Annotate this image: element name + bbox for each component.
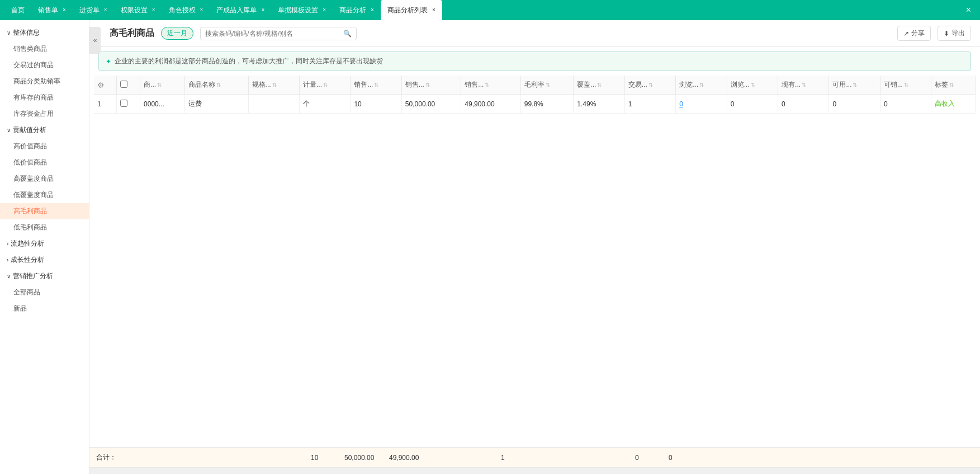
nav-item-销售单[interactable]: 销售单× [31,0,73,20]
nav-label: 权限设置 [121,0,148,20]
col-header-available[interactable]: 可用...⇅ [829,76,880,95]
sort-icon[interactable]: ⇅ [323,82,328,88]
nav-close-icon[interactable]: × [432,0,435,20]
search-input[interactable] [205,30,343,37]
sidebar-item-全部商品[interactable]: 全部商品 [0,284,89,301]
nav-item-产成品入库单[interactable]: 产成品入库单× [210,0,271,20]
nav-item-商品分析列表[interactable]: 商品分析列表× [381,0,442,20]
nav-close-icon[interactable]: × [371,0,374,20]
nav-close-icon[interactable]: × [323,0,326,20]
sidebar-item-label: 销售类商品 [13,45,47,53]
sidebar-item-低覆盖度商品[interactable]: 低覆盖度商品 [0,187,89,203]
footer-cell-7: 50,000.00 [341,454,386,462]
col-header-saleProfit[interactable]: 销售...⇅ [461,76,520,95]
sort-icon[interactable]: ⇅ [216,82,221,88]
collapse-sidebar-button[interactable]: « [89,27,101,54]
col-header-transaction[interactable]: 交易...⇅ [624,76,675,95]
col-header-unit[interactable]: 计量...⇅ [300,76,351,95]
col-header-saleable[interactable]: 可销...⇅ [880,76,931,95]
bottom-scrollbar[interactable] [89,467,980,474]
nav-item-商品分析[interactable]: 商品分析× [333,0,381,20]
browse-link[interactable]: 0 [679,100,683,108]
table-footer: 合计： 1050,000.0049,900.00100 [89,447,980,467]
sidebar-item-label: 有库存的商品 [13,93,54,101]
sort-icon[interactable]: ⇅ [374,82,378,88]
col-header-saleQty[interactable]: 销售...⇅ [351,76,401,95]
col-header-code[interactable]: 商...⇅ [140,76,185,95]
nav-item-角色授权[interactable]: 角色授权× [162,0,210,20]
nav-item-单据模板设置[interactable]: 单据模板设置× [271,0,333,20]
share-icon: ↗ [903,30,909,37]
sidebar-group-整体信息[interactable]: ∨整体信息 [0,25,89,41]
select-all-checkbox[interactable] [120,81,127,88]
sort-icon[interactable]: ⇅ [425,82,430,88]
sort-icon[interactable]: ⇅ [751,82,755,88]
footer-cell-2 [151,454,184,462]
group-arrow-icon: ∨ [7,127,11,133]
col-header-tag[interactable]: 标签⇅ [931,76,976,95]
sidebar-item-高价值商品[interactable]: 高价值商品 [0,138,89,154]
sidebar-group-流趋性分析[interactable]: ›流趋性分析 [0,236,89,252]
sidebar-item-商品分类助销率[interactable]: 商品分类助销率 [0,73,89,90]
sort-icon[interactable]: ⇅ [853,82,857,88]
sidebar-item-低价值商品[interactable]: 低价值商品 [0,154,89,171]
sidebar-item-库存资金占用[interactable]: 库存资金占用 [0,106,89,122]
col-header-spec[interactable]: 规格...⇅ [248,76,299,95]
sidebar-group-贡献值分析[interactable]: ∨贡献值分析 [0,122,89,138]
export-label: 导出 [951,29,965,38]
col-header-current[interactable]: 现有...⇅ [778,76,829,95]
col-header-name[interactable]: 商品名称⇅ [184,76,248,95]
sidebar-item-高覆盖度商品[interactable]: 高覆盖度商品 [0,171,89,187]
sort-icon[interactable]: ⇅ [597,82,602,88]
sidebar-item-高毛利商品[interactable]: 高毛利商品 [0,203,89,219]
sort-icon[interactable]: ⇅ [802,82,806,88]
sort-icon[interactable]: ⇅ [272,82,277,88]
sort-icon[interactable]: ⇅ [485,82,489,88]
sidebar-item-label: 高毛利商品 [13,207,47,215]
footer-cell-11: 1 [498,454,531,462]
sort-icon[interactable]: ⇅ [949,82,954,88]
footer-label: 合计： [89,453,123,462]
share-button[interactable]: ↗ 分享 [897,26,931,41]
col-header-settings[interactable]: ⚙ [94,76,117,95]
group-label: 贡献值分析 [13,125,46,135]
nav-item-进货单[interactable]: 进货单× [73,0,114,20]
sidebar-item-有库存的商品[interactable]: 有库存的商品 [0,90,89,106]
col-header-saleAmount[interactable]: 销售...⇅ [401,76,461,95]
nav-close-icon[interactable]: × [104,0,107,20]
group-label: 成长性分析 [11,255,44,265]
sort-icon[interactable]: ⇅ [546,82,550,88]
row-sale-qty: 10 [351,95,401,114]
col-header-grossMargin[interactable]: 毛利率⇅ [520,76,574,95]
footer-cell-14 [598,454,632,462]
export-button[interactable]: ⬇ 导出 [938,26,971,41]
nav-close-icon[interactable]: × [261,0,264,20]
col-header-browse2[interactable]: 浏览...⇅ [727,76,778,95]
nav-item-首页[interactable]: 首页 [4,0,31,20]
sidebar-item-低毛利商品[interactable]: 低毛利商品 [0,219,89,236]
close-all-button[interactable]: × [962,5,976,15]
col-header-browse1[interactable]: 浏览...⇅ [676,76,727,95]
sort-icon[interactable]: ⇅ [699,82,704,88]
sidebar-group-营销推广分析[interactable]: ∨营销推广分析 [0,268,89,284]
settings-icon[interactable]: ⚙ [97,81,105,90]
filter-period-button[interactable]: 近一月 [161,27,193,40]
search-icon[interactable]: 🔍 [343,30,352,37]
sort-icon[interactable]: ⇅ [904,82,908,88]
sidebar-item-交易过的商品[interactable]: 交易过的商品 [0,57,89,73]
row-name: 运费 [184,95,248,114]
nav-close-icon[interactable]: × [152,0,155,20]
col-header-coverage[interactable]: 覆盖...⇅ [574,76,624,95]
nav-close-icon[interactable]: × [63,0,66,20]
nav-close-icon[interactable]: × [200,0,203,20]
sort-icon[interactable]: ⇅ [648,82,653,88]
row-unit: 个 [300,95,351,114]
col-header-checkbox[interactable] [117,76,140,95]
sidebar-item-新品[interactable]: 新品 [0,301,89,317]
nav-item-权限设置[interactable]: 权限设置× [114,0,162,20]
row-checkbox-input[interactable] [120,100,127,107]
sidebar-group-成长性分析[interactable]: ›成长性分析 [0,252,89,268]
sidebar-item-销售类商品[interactable]: 销售类商品 [0,41,89,57]
row-available: 0 [829,95,880,114]
sort-icon[interactable]: ⇅ [157,82,162,88]
